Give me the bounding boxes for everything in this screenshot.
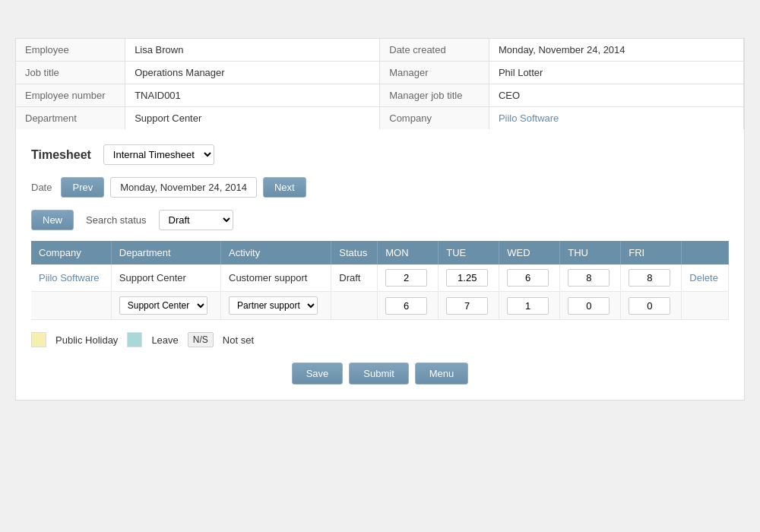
timesheet-section: Timesheet Internal Timesheet Date Prev M… — [16, 129, 744, 400]
timesheet-type-select[interactable]: Internal Timesheet — [103, 144, 214, 165]
manager-job-title-value: CEO — [489, 84, 743, 107]
col-department: Department — [111, 241, 220, 264]
leave-legend-label: Leave — [151, 334, 178, 346]
date-created-value: Monday, November 24, 2014 — [489, 39, 743, 62]
menu-button[interactable]: Menu — [415, 363, 469, 385]
row1-thu[interactable] — [560, 264, 621, 292]
submit-button[interactable]: Submit — [349, 363, 408, 385]
manager-job-title-label: Manager job title — [380, 84, 489, 107]
legend-row: Public Holiday Leave N/S Not set — [31, 332, 729, 347]
col-company: Company — [31, 241, 111, 264]
date-label: Date — [31, 182, 52, 193]
company-row-link[interactable]: Piilo Software — [39, 272, 99, 283]
mon-input-1[interactable] — [385, 269, 427, 287]
employee-row: Employee Lisa Brown Date created Monday,… — [16, 39, 744, 62]
company-label: Company — [380, 107, 489, 130]
date-nav: Date Prev Monday, November 24, 2014 Next — [31, 177, 729, 198]
delete-link-1[interactable]: Delete — [689, 272, 718, 283]
ns-badge: N/S — [188, 332, 214, 347]
table-row: Support Center Partner support — [31, 292, 729, 320]
table-header-row: Company Department Activity Status MON T… — [31, 241, 729, 264]
row2-fri[interactable] — [621, 292, 682, 320]
company-link[interactable]: Piilo Software — [499, 112, 559, 124]
not-set-label: Not set — [223, 334, 254, 346]
holiday-legend-label: Public Holiday — [55, 334, 118, 346]
manager-label: Manager — [380, 62, 489, 84]
tue-input-1[interactable] — [446, 269, 488, 287]
row1-delete[interactable]: Delete — [682, 264, 729, 292]
fri-input-2[interactable] — [629, 297, 670, 315]
row1-department: Support Center — [111, 264, 220, 292]
col-status: Status — [331, 241, 378, 264]
row2-tue[interactable] — [439, 292, 499, 320]
row2-department[interactable]: Support Center — [111, 292, 220, 320]
emp-number-label: Employee number — [16, 84, 125, 107]
timesheet-title: Timesheet — [31, 148, 91, 162]
col-tue: TUE — [439, 241, 499, 264]
row1-company[interactable]: Piilo Software — [31, 264, 111, 292]
row1-mon[interactable] — [378, 264, 439, 292]
action-buttons: Save Submit Menu — [31, 363, 729, 385]
row2-wed[interactable] — [499, 292, 560, 320]
employee-number-row: Employee number TNAID001 Manager job tit… — [16, 84, 744, 107]
employee-label: Employee — [16, 39, 125, 62]
mon-input-2[interactable] — [385, 297, 427, 315]
company-value[interactable]: Piilo Software — [489, 107, 743, 130]
timesheet-table: Company Department Activity Status MON T… — [31, 241, 729, 320]
col-wed: WED — [499, 241, 560, 264]
fri-input-1[interactable] — [629, 269, 670, 287]
thu-input-1[interactable] — [568, 269, 610, 287]
manager-value: Phil Lotter — [489, 62, 743, 84]
search-status-label: Search status — [86, 214, 147, 226]
job-title-value: Operations Manager — [125, 62, 380, 84]
row2-thu[interactable] — [560, 292, 621, 320]
employee-info-table: Employee Lisa Brown Date created Monday,… — [16, 39, 744, 129]
timesheet-header: Timesheet Internal Timesheet — [31, 144, 729, 165]
department-value: Support Center — [125, 107, 380, 130]
col-mon: MON — [378, 241, 439, 264]
col-thu: THU — [560, 241, 621, 264]
row2-mon[interactable] — [378, 292, 439, 320]
row1-activity: Customer support — [221, 264, 331, 292]
col-fri: FRI — [621, 241, 682, 264]
department-select-2[interactable]: Support Center — [119, 296, 207, 315]
tue-input-2[interactable] — [446, 297, 488, 315]
department-row: Department Support Center Company Piilo … — [16, 107, 744, 130]
col-actions — [682, 241, 729, 264]
thu-input-2[interactable] — [568, 297, 610, 315]
status-select[interactable]: Draft Confirmed Done — [159, 210, 233, 230]
col-activity: Activity — [221, 241, 331, 264]
emp-number-value: TNAID001 — [125, 84, 380, 107]
job-title-label: Job title — [16, 62, 125, 84]
row2-status — [331, 292, 378, 320]
wed-input-1[interactable] — [507, 269, 549, 287]
row2-delete — [682, 292, 729, 320]
leave-legend-box — [127, 332, 142, 347]
row1-fri[interactable] — [621, 264, 682, 292]
department-label: Department — [16, 107, 125, 130]
next-button[interactable]: Next — [263, 177, 306, 198]
date-created-label: Date created — [380, 39, 489, 62]
wed-input-2[interactable] — [507, 297, 549, 315]
new-button[interactable]: New — [31, 210, 74, 230]
toolbar-row: New Search status Draft Confirmed Done — [31, 210, 729, 230]
row2-company — [31, 292, 111, 320]
holiday-legend-box — [31, 332, 46, 347]
row1-tue[interactable] — [439, 264, 499, 292]
job-title-row: Job title Operations Manager Manager Phi… — [16, 62, 744, 84]
prev-button[interactable]: Prev — [61, 177, 104, 198]
activity-select-2[interactable]: Partner support — [229, 296, 318, 315]
row2-activity[interactable]: Partner support — [221, 292, 331, 320]
current-date-display: Monday, November 24, 2014 — [110, 177, 257, 198]
employee-value: Lisa Brown — [125, 39, 380, 62]
row1-status: Draft — [331, 264, 378, 292]
save-button[interactable]: Save — [292, 363, 344, 385]
table-row: Piilo Software Support Center Customer s… — [31, 264, 729, 292]
row1-wed[interactable] — [499, 264, 560, 292]
